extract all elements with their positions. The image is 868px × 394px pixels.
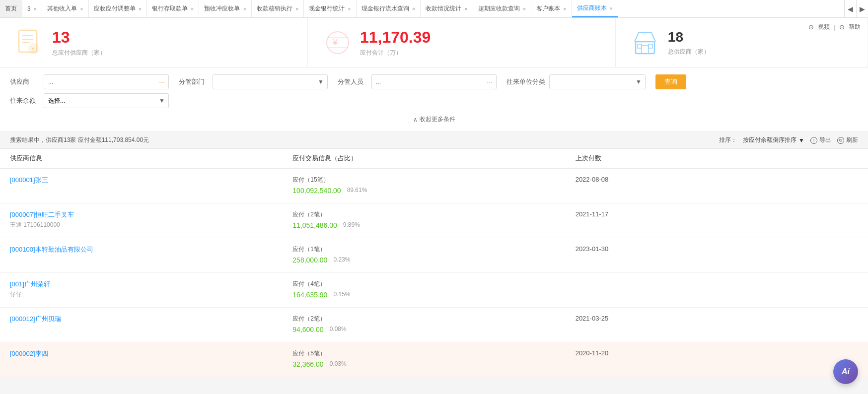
nav-tab-home[interactable]: 首页 <box>0 0 22 17</box>
nav-prev-button[interactable]: ◀ <box>844 0 856 18</box>
nav-tab-3[interactable]: 3 × <box>22 0 42 17</box>
trans-percent: 0.03% <box>330 360 347 367</box>
dept-select[interactable] <box>213 74 328 89</box>
svg-rect-11 <box>642 46 649 54</box>
nav-tab-overdue-ar-close[interactable]: × <box>523 6 526 12</box>
nav-tab-receipt-stat-close[interactable]: × <box>464 6 467 12</box>
stat-ap-total-label: 应付合计（万） <box>360 49 431 57</box>
transaction-cell: 应付（4笔） 164,635.90 0.15% <box>292 280 575 300</box>
nav-tab-3-label: 3 <box>27 5 31 12</box>
nav-tab-receipt-stat[interactable]: 收款情况统计 × <box>421 0 473 17</box>
person-input-wrap: ··· <box>371 74 497 89</box>
stats-bar: ¥ 13 总应付供应商（家） ¥ 11,170.39 应付合计（万） <box>0 18 868 67</box>
nav-tab-ar-ap-adjust[interactable]: 应收应付调整单 × <box>89 0 147 17</box>
nav-next-button[interactable]: ▶ <box>856 0 868 18</box>
category-select-wrap: ▼ <box>549 74 646 89</box>
results-summary: 搜索结果中，供应商13家 应付金额111,703,854.00元 <box>10 136 149 144</box>
supplier-link[interactable]: [000002]李四 <box>10 349 292 358</box>
data-table: 供应商信息 应付交易信息（占比） 上次付数 [000001]张三 应付（15笔）… <box>0 149 868 377</box>
supplier-cell: [000002]李四 <box>10 349 292 370</box>
stat-ap-suppliers-label: 总应付供应商（家） <box>52 49 106 57</box>
nav-tab-cash-flow-query-label: 现金银行流水查询 <box>362 4 409 13</box>
supplier-field: 供应商 ··· <box>10 74 169 89</box>
svg-text:¥: ¥ <box>31 46 35 53</box>
nav-tab-prepay-ar[interactable]: 预收冲应收单 × <box>199 0 251 17</box>
nav-tab-other-income-close[interactable]: × <box>80 6 83 12</box>
trans-amount-link[interactable]: 11,051,486.00 <box>292 221 337 229</box>
receipt-icon: ¥ <box>15 28 45 58</box>
trans-amount-link[interactable]: 164,635.90 <box>292 291 327 299</box>
stat-ap-total-number: 11,170.39 <box>360 28 431 47</box>
trans-amount-link[interactable]: 100,092,540.00 <box>292 187 341 195</box>
nav-tab-cash-bank-stat-label: 现金银行统计 <box>309 4 345 13</box>
nav-tab-customer-ledger[interactable]: 客户账本 × <box>531 0 572 17</box>
help-link[interactable]: 帮助 <box>849 23 861 31</box>
nav-tab-supplier-ledger[interactable]: 供应商账本 × <box>572 0 618 17</box>
supplier-cell: [001]广州荣轩 仔仔 <box>10 280 292 300</box>
svg-rect-13 <box>649 44 652 48</box>
stat-total-suppliers-content: 18 总供应商（家） <box>668 29 710 56</box>
nav-tab-other-income[interactable]: 其他收入单 × <box>42 0 88 17</box>
refresh-icon: ↻ <box>837 137 844 144</box>
nav-tab-ar-ap-adjust-close[interactable]: × <box>139 6 142 12</box>
table-row: [000002]李四 应付（5笔） 32,366.00 0.03% 2020-1… <box>0 342 868 377</box>
trans-amount-link[interactable]: 32,366.00 <box>292 360 323 368</box>
supplier-input-wrap: ··· <box>44 74 169 89</box>
balance-select-wrap: 选择... ▼ <box>44 93 169 108</box>
supplier-link[interactable]: [000007]恒旺二手叉车 <box>10 210 292 219</box>
nav-tab-cash-flow-query-close[interactable]: × <box>412 6 415 12</box>
col-supplier-info: 供应商信息 <box>10 154 292 163</box>
nav-tab-overdue-ar[interactable]: 超期应收款查询 × <box>473 0 531 17</box>
person-ellipsis-icon[interactable]: ··· <box>487 78 493 86</box>
nav-tab-bank-deposit[interactable]: 银行存取款单 × <box>147 0 199 17</box>
nav-tab-customer-ledger-label: 客户账本 <box>536 4 560 13</box>
nav-tab-receipt-exec-close[interactable]: × <box>295 6 298 12</box>
balance-select[interactable]: 选择... <box>44 93 169 108</box>
trans-percent: 89.61% <box>347 187 367 194</box>
stat-ap-total-content: 11,170.39 应付合计（万） <box>360 28 431 57</box>
sort-chevron-down-icon: ▼ <box>798 137 804 144</box>
nav-tab-supplier-ledger-label: 供应商账本 <box>577 4 607 12</box>
nav-tab-bank-deposit-close[interactable]: × <box>191 6 194 12</box>
nav-tab-customer-ledger-close[interactable]: × <box>563 6 566 12</box>
last-payment-date: 2022-08-08 <box>576 176 609 183</box>
refresh-label: 刷新 <box>846 136 858 144</box>
collapse-button[interactable]: ∧ 收起更多条件 <box>10 112 858 127</box>
store-icon <box>631 28 660 58</box>
nav-arrows: ◀ ▶ <box>844 0 868 18</box>
last-payment-cell: 2021-03-25 <box>576 315 858 335</box>
nav-tab-cash-bank-stat[interactable]: 现金银行统计 × <box>304 0 356 17</box>
supplier-cell: [000100]本特勤油品有限公司 <box>10 245 292 265</box>
trans-amount-link[interactable]: 258,000.00 <box>292 256 327 264</box>
category-select[interactable] <box>549 74 646 89</box>
trans-label: 应付（2笔） <box>292 210 575 219</box>
supplier-ellipsis-icon[interactable]: ··· <box>159 78 165 86</box>
supplier-link[interactable]: [000012]广州贝瑞 <box>10 315 292 324</box>
last-payment-date: 2023-01-30 <box>576 245 609 253</box>
supplier-link[interactable]: [000001]张三 <box>10 176 292 185</box>
trans-label: 应付（2笔） <box>292 315 575 323</box>
last-payment-cell: 2022-08-08 <box>576 176 858 196</box>
video-link[interactable]: 视频 <box>818 23 830 31</box>
trans-amount-link[interactable]: 94,600.00 <box>292 326 323 333</box>
nav-tab-prepay-ar-close[interactable]: × <box>243 6 246 12</box>
nav-tab-cash-bank-stat-close[interactable]: × <box>348 6 351 12</box>
top-right-links: ⊙ 视频 | ⊙ 帮助 <box>808 23 861 31</box>
supplier-link[interactable]: [001]广州荣轩 <box>10 280 292 289</box>
sort-option-label: 按应付余额倒序排序 <box>743 136 796 144</box>
nav-tab-receipt-exec[interactable]: 收款核销执行 × <box>252 0 304 17</box>
supplier-link[interactable]: [000100]本特勤油品有限公司 <box>10 245 292 254</box>
links-separator: | <box>834 24 835 31</box>
person-input[interactable] <box>371 74 497 89</box>
supplier-input[interactable] <box>44 74 169 89</box>
nav-tab-3-close[interactable]: × <box>34 6 37 12</box>
collapse-up-icon: ∧ <box>413 116 418 123</box>
sort-select[interactable]: 按应付余额倒序排序 ▼ <box>743 136 804 144</box>
export-button[interactable]: ↑ 导出 <box>810 136 831 144</box>
nav-tab-supplier-ledger-close[interactable]: × <box>610 5 613 11</box>
query-button[interactable]: 查询 <box>655 74 686 89</box>
sort-label: 排序： <box>719 136 737 144</box>
nav-tab-cash-flow-query[interactable]: 现金银行流水查询 × <box>357 0 421 17</box>
supplier-sub: 王通 17106110000 <box>10 221 292 229</box>
refresh-button[interactable]: ↻ 刷新 <box>837 136 858 144</box>
